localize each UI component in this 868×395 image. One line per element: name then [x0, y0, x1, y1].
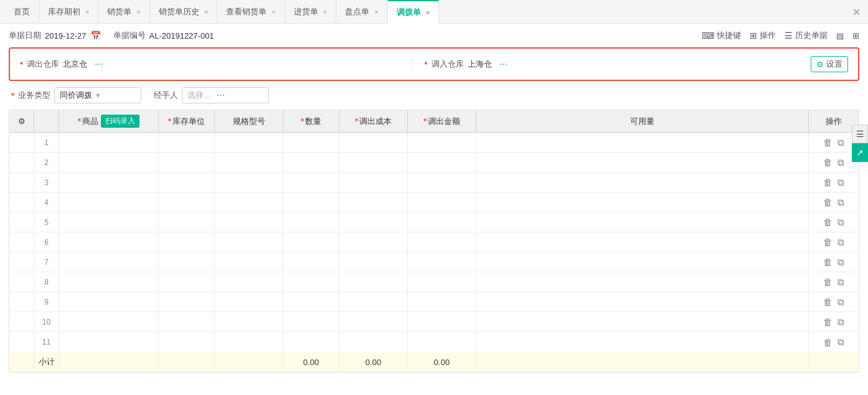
- row-qty-1[interactable]: [283, 133, 339, 152]
- operation-button[interactable]: ⊞ 操作: [750, 30, 776, 41]
- row-cost-4[interactable]: [339, 193, 408, 212]
- row-amount-1[interactable]: [408, 133, 476, 152]
- tab-inventory-count-close[interactable]: ×: [374, 8, 378, 16]
- copy-icon-7[interactable]: ⧉: [837, 257, 844, 268]
- row-unit-11[interactable]: [159, 332, 215, 352]
- row-qty-4[interactable]: [283, 193, 339, 212]
- row-amount-3[interactable]: [408, 173, 476, 192]
- row-amount-2[interactable]: [408, 153, 476, 172]
- delete-icon-11[interactable]: 🗑: [823, 337, 833, 348]
- tab-transfer-order-close[interactable]: ×: [426, 9, 430, 16]
- row-cost-9[interactable]: [339, 292, 408, 312]
- delete-icon-6[interactable]: 🗑: [823, 237, 833, 247]
- row-unit-3[interactable]: [159, 173, 215, 192]
- row-unit-1[interactable]: [159, 133, 215, 152]
- row-amount-7[interactable]: [408, 252, 476, 272]
- row-unit-8[interactable]: [159, 272, 215, 292]
- row-spec-5[interactable]: [215, 212, 283, 232]
- row-amount-5[interactable]: [408, 212, 476, 232]
- copy-icon-9[interactable]: ⧉: [837, 297, 844, 308]
- window-close-button[interactable]: ✕: [852, 6, 861, 17]
- row-spec-6[interactable]: [215, 232, 283, 252]
- date-value[interactable]: 2019-12-27: [45, 31, 87, 40]
- warehouse-in-value[interactable]: 上海仓: [468, 59, 492, 70]
- delete-icon-5[interactable]: 🗑: [823, 217, 833, 227]
- row-spec-1[interactable]: [215, 133, 283, 152]
- row-spec-7[interactable]: [215, 252, 283, 272]
- row-unit-6[interactable]: [159, 232, 215, 252]
- row-product-9[interactable]: [59, 292, 159, 312]
- row-qty-2[interactable]: [283, 153, 339, 172]
- row-qty-7[interactable]: [283, 252, 339, 272]
- row-product-3[interactable]: [59, 173, 159, 192]
- row-cost-10[interactable]: [339, 312, 408, 331]
- copy-icon-5[interactable]: ⧉: [837, 217, 844, 228]
- tab-sales-history[interactable]: 销货单历史 ×: [150, 0, 217, 24]
- row-cost-6[interactable]: [339, 232, 408, 252]
- tab-purchase-order-close[interactable]: ×: [323, 8, 327, 16]
- row-amount-9[interactable]: [408, 292, 476, 312]
- row-product-1[interactable]: [59, 133, 159, 152]
- float-list-btn[interactable]: ☰: [852, 125, 868, 143]
- float-expand-btn[interactable]: ↗: [852, 143, 868, 162]
- delete-icon-2[interactable]: 🗑: [823, 157, 833, 168]
- row-unit-9[interactable]: [159, 292, 215, 312]
- tab-sales-order-close[interactable]: ×: [136, 8, 140, 16]
- row-amount-10[interactable]: [408, 312, 476, 331]
- row-product-2[interactable]: [59, 153, 159, 172]
- delete-icon-3[interactable]: 🗑: [823, 177, 833, 188]
- copy-icon-10[interactable]: ⧉: [837, 316, 844, 328]
- shortcut-button[interactable]: ⌨ 快捷键: [702, 30, 741, 41]
- row-product-7[interactable]: [59, 252, 159, 272]
- copy-icon-6[interactable]: ⧉: [837, 237, 844, 248]
- row-amount-11[interactable]: [408, 332, 476, 352]
- delete-icon-9[interactable]: 🗑: [823, 297, 833, 307]
- row-product-6[interactable]: [59, 232, 159, 252]
- row-unit-10[interactable]: [159, 312, 215, 331]
- row-product-10[interactable]: [59, 312, 159, 331]
- row-spec-4[interactable]: [215, 193, 283, 212]
- warehouse-in-more[interactable]: ···: [499, 59, 507, 70]
- row-qty-3[interactable]: [283, 173, 339, 192]
- tab-home[interactable]: 首页: [5, 0, 39, 24]
- view-toggle-grid[interactable]: ⊞: [852, 31, 859, 40]
- biz-type-select[interactable]: 同价调拨 ▼: [54, 87, 141, 103]
- row-cost-8[interactable]: [339, 272, 408, 292]
- row-qty-8[interactable]: [283, 272, 339, 292]
- view-toggle-list[interactable]: ▤: [836, 31, 844, 40]
- row-product-8[interactable]: [59, 272, 159, 292]
- row-qty-5[interactable]: [283, 212, 339, 232]
- row-qty-10[interactable]: [283, 312, 339, 331]
- history-button[interactable]: ☰ 历史单据: [785, 30, 828, 41]
- delete-icon-8[interactable]: 🗑: [823, 277, 833, 287]
- row-spec-3[interactable]: [215, 173, 283, 192]
- row-cost-1[interactable]: [339, 133, 408, 152]
- row-qty-9[interactable]: [283, 292, 339, 312]
- scan-button[interactable]: 扫码录入: [101, 115, 139, 128]
- tab-transfer-order[interactable]: 调拨单 ×: [388, 0, 439, 24]
- row-unit-4[interactable]: [159, 193, 215, 212]
- warehouse-out-value[interactable]: 北京仓: [63, 59, 87, 70]
- row-product-11[interactable]: [59, 332, 159, 352]
- row-cost-2[interactable]: [339, 153, 408, 172]
- warehouse-out-more[interactable]: ···: [95, 59, 103, 70]
- calendar-icon[interactable]: 📅: [90, 31, 101, 40]
- tab-inventory-count[interactable]: 盘点单 ×: [336, 0, 387, 24]
- row-unit-2[interactable]: [159, 153, 215, 172]
- tab-view-sales[interactable]: 查看销货单 ×: [217, 0, 285, 24]
- row-qty-6[interactable]: [283, 232, 339, 252]
- operator-select[interactable]: 选择... ···: [182, 87, 269, 103]
- row-cost-5[interactable]: [339, 212, 408, 232]
- row-spec-11[interactable]: [215, 332, 283, 352]
- copy-icon-11[interactable]: ⧉: [837, 336, 844, 348]
- tab-sales-order[interactable]: 销货单 ×: [98, 0, 149, 24]
- row-unit-7[interactable]: [159, 252, 215, 272]
- delete-icon-1[interactable]: 🗑: [823, 137, 833, 148]
- row-amount-6[interactable]: [408, 232, 476, 252]
- tab-sales-history-close[interactable]: ×: [204, 8, 208, 16]
- row-unit-5[interactable]: [159, 212, 215, 232]
- delete-icon-7[interactable]: 🗑: [823, 257, 833, 267]
- row-cost-3[interactable]: [339, 173, 408, 192]
- tab-purchase-order[interactable]: 进货单 ×: [285, 0, 336, 24]
- row-spec-2[interactable]: [215, 153, 283, 172]
